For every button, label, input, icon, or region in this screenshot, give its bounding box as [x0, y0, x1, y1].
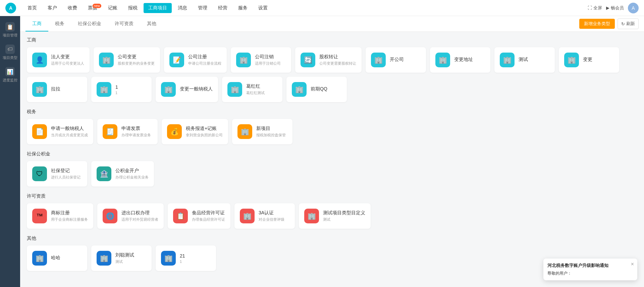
notification-close-btn[interactable]: × [631, 261, 634, 267]
fullscreen-btn[interactable]: ⛶ 全屏 [588, 5, 602, 11]
card-icon-kai: 🏢 [371, 53, 386, 67]
card-qianqi-qq[interactable]: 🏢 前期QQ [286, 77, 347, 102]
cards-grid-shebao: 🛡 社保登记 进行人员社保登记 🏦 公积金开户 办理公积金相关业务 [27, 161, 637, 187]
card-shebao-dengji[interactable]: 🛡 社保登记 进行人员社保登记 [27, 161, 87, 187]
section-title-shuiwu: 税务 [27, 109, 637, 115]
card-icon-one: 🏢 [97, 82, 111, 97]
main-layout: 📋 项目管理 🏷 项目类型 📊 进度监控 工商 税务 社保公积金 许可资质 其他… [0, 16, 644, 287]
card-biangeng-dizhi[interactable]: 🏢 变更地址 [430, 47, 490, 73]
card-icon-gongsi-zx: 🏢 [236, 53, 251, 67]
card-icon-sw2: 🧾 [103, 124, 117, 139]
card-icon-sw1: 📄 [32, 124, 47, 139]
vip-btn[interactable]: ▶ 畅会员 [606, 5, 624, 11]
nav-charge[interactable]: 收费 [63, 3, 82, 13]
card-haha[interactable]: 🏢 哈哈 [27, 245, 87, 271]
card-gehonghong[interactable]: 🏢 葛红红 葛红红测试 [222, 77, 282, 102]
sidebar-item-project-type[interactable]: 🏷 项目类型 [0, 41, 20, 64]
card-shipin-xuke[interactable]: 📋 食品经营许可证 办理食品经营许可证 [168, 203, 230, 229]
notification-popup: × 河北税务数字账户升级影响通知 尊敬的用户： [543, 259, 637, 280]
refresh-icon: ↻ [621, 21, 625, 26]
scroll-area[interactable]: 工商 👤 法人变更 适用于公司变更法人 🏢 公司变更 股权变更外的业务变更 [20, 32, 644, 287]
nav-manage[interactable]: 管理 [193, 3, 212, 13]
card-icon-guquan: 🔄 [301, 53, 315, 67]
tab-shebao[interactable]: 社保公积金 [71, 16, 108, 31]
card-icon-gongsi-bg: 🏢 [99, 53, 114, 67]
card-xin-xiangmu[interactable]: 🏢 新项目 报税加税控盘保管 [232, 119, 292, 144]
card-icon-xk1: ™ [32, 209, 47, 223]
nav-tax[interactable]: 报税 [123, 3, 142, 13]
card-one[interactable]: 🏢 1 1 [91, 77, 152, 102]
card-icon-xk4: 🏢 [240, 209, 255, 223]
sidebar-item-progress-monitor[interactable]: 📊 进度监控 [0, 64, 20, 86]
card-icon-gongsi-zc: 📝 [169, 53, 184, 67]
card-biangeng[interactable]: 🏢 变更 [559, 47, 619, 73]
card-icon-faren: 👤 [32, 53, 47, 67]
card-ceshi[interactable]: 🏢 测试 [494, 47, 555, 73]
nav-home[interactable]: 首页 [23, 3, 42, 13]
card-21[interactable]: 🏢 21 1 [156, 245, 216, 271]
card-gongsi-zhuxiao[interactable]: 🏢 公司注销 适用于注销公司 [231, 47, 291, 73]
card-shangbiao-zhuce[interactable]: ™ 商标注册 用于企业商标注册服务 [27, 203, 93, 229]
card-jinchukou[interactable]: 🌐 进出口权办理 适用于对外贸易经营者 [97, 203, 164, 229]
refresh-button[interactable]: ↻ 刷新 [618, 18, 639, 29]
card-3a-renzhen[interactable]: 🏢 3A认证 对企业信誉评级 [234, 203, 295, 229]
card-icon-sb1: 🛡 [32, 166, 47, 181]
card-lala[interactable]: 🏢 拉拉 [27, 77, 87, 102]
nav-right: ⛶ 全屏 ▶ 畅会员 A [588, 3, 639, 13]
section-title-shebao: 社保公积金 [27, 151, 637, 157]
card-gongsi-zhuce[interactable]: 📝 公司注册 申请公司注册全流程 [164, 47, 227, 73]
nav-message[interactable]: 消息 [173, 3, 192, 13]
sidebar-item-project-manage[interactable]: 📋 项目管理 [0, 19, 20, 41]
card-faren-biangeng[interactable]: 👤 法人变更 适用于公司变更法人 [27, 47, 90, 73]
content-area: 工商 税务 社保公积金 许可资质 其他 新增业务类型 ↻ 刷新 工商 [20, 16, 644, 287]
vip-icon: ▶ [606, 5, 609, 10]
tab-xuke[interactable]: 许可资质 [108, 16, 140, 31]
nav-operate[interactable]: 经营 [213, 3, 232, 13]
nav-ticket[interactable]: 票据 new [83, 3, 102, 13]
card-liucong-ceshi[interactable]: 🏢 刘聪测试 测试 [91, 245, 152, 271]
card-icon-sb2: 🏦 [97, 166, 111, 181]
cards-grid-gongshang: 👤 法人变更 适用于公司变更法人 🏢 公司变更 股权变更外的业务变更 [27, 47, 637, 102]
card-shenqing-fapiao[interactable]: 🧾 申请发票 办理申请发票业务 [97, 119, 158, 144]
fullscreen-icon: ⛶ [588, 5, 592, 10]
tabs: 工商 税务 社保公积金 许可资质 其他 [25, 16, 163, 31]
logo[interactable]: A [5, 3, 16, 13]
tab-bar: 工商 税务 社保公积金 许可资质 其他 新增业务类型 ↻ 刷新 [20, 16, 644, 32]
top-nav: A 首页 客户 收费 票据 new 记账 报税 工商项目 消息 管理 经营 服务… [0, 0, 644, 16]
tab-qita[interactable]: 其他 [140, 16, 163, 31]
card-guquan-zhuanrang[interactable]: 🔄 股权转让 公司变更需要股权转让 [295, 47, 362, 73]
card-shenqing-yiban[interactable]: 📄 申请一般纳税人 当月或次月成变更完成 [27, 119, 93, 144]
nav-settings[interactable]: 设置 [254, 3, 272, 13]
tab-gongshang[interactable]: 工商 [25, 16, 48, 31]
nav-bookkeeping[interactable]: 记账 [103, 3, 122, 13]
ticket-badge: new [93, 4, 101, 8]
card-ceshi-leixing[interactable]: 🏢 测试项目类型目定义 测试 [299, 203, 371, 229]
nav-client[interactable]: 客户 [43, 3, 62, 13]
card-kai-gongsi[interactable]: 🏢 开公司 [366, 47, 426, 73]
svg-text:A: A [9, 5, 12, 11]
card-gongsi-biangeng[interactable]: 🏢 公司变更 股权变更外的业务变更 [94, 47, 160, 73]
nav-items: 首页 客户 收费 票据 new 记账 报税 工商项目 消息 管理 经营 服务 设… [23, 3, 588, 13]
section-title-gongshang: 工商 [27, 37, 637, 43]
project-type-icon: 🏷 [5, 45, 15, 54]
new-type-button[interactable]: 新增业务类型 [579, 19, 615, 29]
card-icon-ceshi: 🏢 [500, 53, 515, 67]
card-icon-qq: 🏢 [292, 82, 307, 97]
tab-shuiwu[interactable]: 税务 [48, 16, 71, 31]
nav-service[interactable]: 服务 [233, 3, 252, 13]
card-icon-sw3: 💰 [167, 124, 182, 139]
nav-business[interactable]: 工商项目 [144, 3, 172, 13]
tab-actions: 新增业务类型 ↻ 刷新 [579, 18, 639, 29]
card-icon-lala: 🏢 [32, 82, 47, 97]
card-biangeng-yiban[interactable]: 🏢 变更一般纳税人 [156, 77, 218, 102]
notification-desc: 尊敬的用户： [547, 271, 633, 276]
card-icon-xk5: 🏢 [304, 209, 319, 223]
project-manage-icon: 📋 [5, 22, 15, 31]
card-icon-xk3: 📋 [173, 209, 188, 223]
card-icon-yiban: 🏢 [161, 82, 176, 97]
card-icon-qt3: 🏢 [161, 251, 176, 266]
section-xuke: 许可资质 ™ 商标注册 用于企业商标注册服务 🌐 进出口权办理 适用于对外贸 [27, 193, 637, 229]
card-shuiwu-baodao[interactable]: 💰 税务报道+记账 拿到营业执照的新公司 [162, 119, 228, 144]
avatar[interactable]: A [628, 3, 639, 13]
card-gongjijin-kaihu[interactable]: 🏦 公积金开户 办理公积金相关业务 [91, 161, 154, 187]
